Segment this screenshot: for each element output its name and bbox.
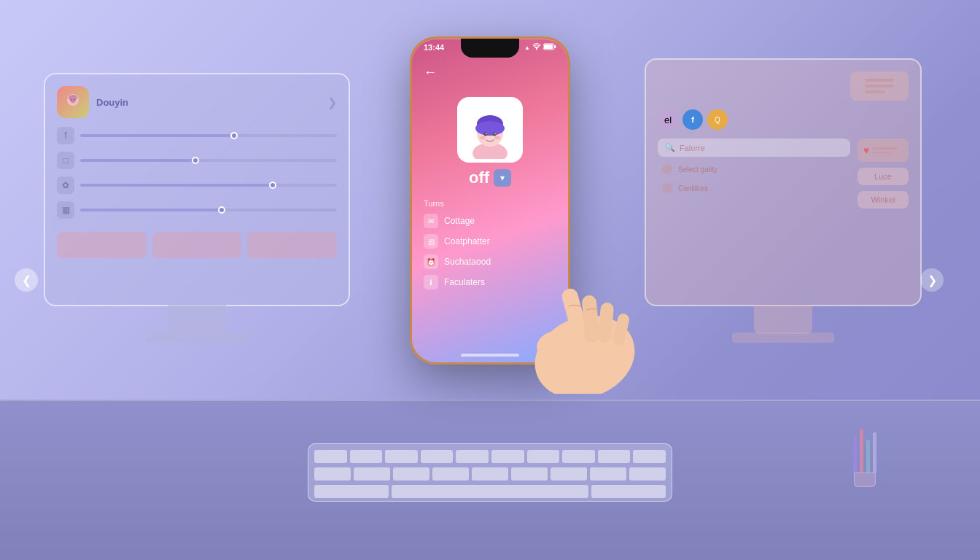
phone-power-button (568, 97, 570, 141)
left-icon-3: ✿ (57, 176, 74, 194)
right-side-card-winkel: Winkel (858, 191, 909, 209)
left-app-name: Douyin (96, 97, 128, 108)
left-icon-1: f (57, 127, 74, 144)
key (590, 467, 626, 481)
keyboard-row-2 (314, 467, 666, 481)
key-space (392, 485, 589, 498)
left-slider-2[interactable] (80, 159, 337, 162)
left-box-1 (57, 232, 147, 258)
left-boxes-row (57, 232, 337, 258)
right-side-card-luce: Luce (858, 168, 909, 185)
list-item-1: Select gality (658, 161, 850, 177)
key (385, 450, 418, 463)
key (527, 450, 560, 463)
key (350, 450, 383, 463)
left-box-2 (152, 232, 242, 258)
list-dot-2 (662, 183, 672, 193)
phone-menu-item-coatphatter[interactable]: ▤ Coatphatter (424, 234, 556, 249)
key (432, 467, 469, 481)
key (551, 467, 587, 481)
key (456, 450, 489, 463)
monitor-right: el f Q 🔍 Falorre Select gality Conlillor… (645, 58, 922, 306)
right-search-label: Falorre (680, 144, 705, 152)
svg-rect-7 (554, 45, 556, 48)
key (354, 467, 390, 481)
svg-point-19 (494, 136, 500, 140)
right-icon-f: f (682, 109, 703, 130)
phone-menu-icon-faculaters: ℹ (424, 275, 438, 289)
hand-container (505, 248, 665, 397)
wifi-icon (532, 43, 541, 52)
right-header-line-3 (865, 90, 885, 93)
key (491, 450, 524, 463)
right-header-line-2 (865, 85, 894, 88)
svg-point-3 (71, 99, 72, 101)
svg-rect-8 (544, 44, 553, 49)
svg-point-2 (69, 95, 77, 101)
monitor-left-stand (168, 305, 226, 334)
pencils (853, 429, 876, 472)
pencil-2 (860, 429, 863, 472)
monitor-left-base (146, 332, 248, 343)
key-shift (314, 485, 389, 498)
keyboard (308, 443, 672, 502)
key (562, 450, 595, 463)
right-panel-header (658, 71, 909, 101)
right-side-cards: ♥ Luce Winkel (858, 139, 909, 209)
left-icon-4: ▦ (57, 201, 74, 219)
key (421, 450, 454, 463)
phone-off-text: off (469, 168, 489, 187)
key (511, 467, 548, 481)
phone-status-bar: 13:44 ▲ (424, 43, 556, 52)
left-slider-1[interactable] (80, 134, 337, 137)
right-panel-body: 🔍 Falorre Select gality Conlillors ♥ (658, 139, 909, 209)
left-slider-4[interactable] (80, 209, 337, 211)
battery-icon (543, 43, 556, 52)
right-header-line-1 (865, 79, 894, 82)
phone-avatar-card (457, 97, 523, 163)
left-slider-row-1: f (57, 127, 337, 144)
right-search-bar[interactable]: 🔍 Falorre (658, 139, 850, 157)
phone-time: 13:44 (424, 43, 444, 52)
phone-status-icons: ▲ (524, 43, 556, 52)
left-slider-row-2: □ (57, 152, 337, 169)
pencil-cup (854, 472, 876, 487)
right-header-card (850, 71, 909, 101)
arrow-left-button[interactable]: ❮ (15, 268, 38, 292)
left-slider-3[interactable] (80, 184, 337, 187)
right-list-section: 🔍 Falorre Select gality Conlillors (658, 139, 850, 209)
list-item-2: Conlillors (658, 180, 850, 196)
pencil-holder (852, 429, 878, 487)
monitor-right-stand (754, 305, 812, 334)
right-icon-el: el (658, 109, 678, 130)
phone-avatar-illustration (461, 101, 519, 159)
left-arrow-right-icon[interactable]: ❯ (327, 96, 337, 109)
left-slider-row-3: ✿ (57, 176, 337, 194)
svg-point-17 (494, 133, 496, 135)
arrow-right-button[interactable]: ❯ (920, 268, 944, 292)
key (314, 450, 347, 463)
key (472, 467, 508, 481)
pencil-3 (866, 440, 870, 472)
key-enter (591, 485, 666, 498)
left-icon-2: □ (57, 152, 74, 169)
phone-back-button[interactable]: ← (424, 65, 437, 80)
svg-point-14 (484, 133, 488, 136)
keyboard-row-1 (314, 450, 666, 463)
svg-point-4 (74, 99, 75, 101)
left-slider-row-4: ▦ (57, 201, 337, 219)
svg-point-5 (536, 49, 537, 50)
key (629, 467, 666, 481)
phone-dropdown-button[interactable]: ▾ (494, 169, 511, 187)
svg-point-15 (493, 133, 497, 136)
key (393, 467, 429, 481)
phone-menu-item-cottage[interactable]: ✉ Cottage (424, 214, 556, 228)
monitor-right-base (732, 332, 834, 343)
left-app-avatar (57, 86, 89, 118)
pencil-4 (873, 432, 876, 472)
right-icon-q: Q (707, 109, 728, 130)
right-icons-row: el f Q (658, 109, 909, 130)
svg-point-13 (475, 121, 505, 136)
svg-point-18 (480, 136, 486, 140)
hand-illustration (505, 248, 665, 394)
